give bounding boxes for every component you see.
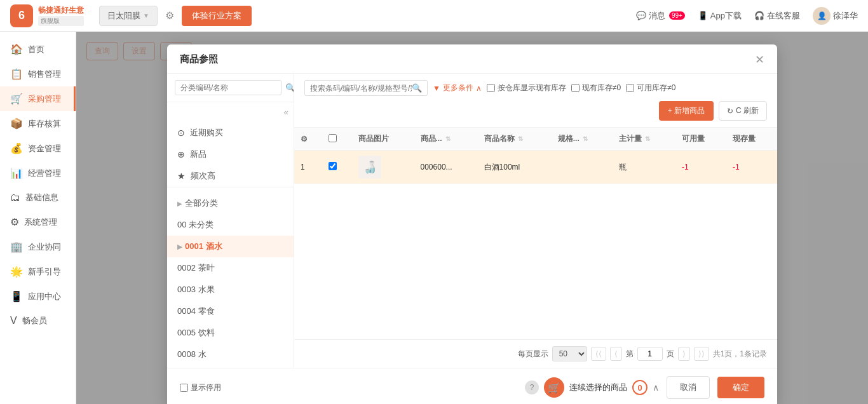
search-icon: 🔍 — [412, 83, 422, 93]
avatar: 👤 — [813, 7, 831, 25]
col-image: 商品图片 — [352, 128, 414, 151]
confirm-button[interactable]: 确定 — [717, 377, 764, 398]
add-product-button[interactable]: + 新增商品 — [659, 101, 714, 121]
main-layout: 🏠 首页 📋 销售管理 🛒 采购管理 📦 库存核算 💰 资金管理 📊 经营管理 … — [0, 32, 868, 404]
row-checkbox[interactable] — [322, 151, 352, 184]
apps-icon: 📱 — [10, 290, 23, 302]
sidebar-item-guide[interactable]: 🌟 新手引导 — [0, 259, 76, 284]
sidebar-item-operations[interactable]: 📊 经营管理 — [0, 161, 76, 185]
message-icon: 💬 — [636, 11, 646, 20]
cat-item-all[interactable]: ▶ 全部分类 — [167, 192, 294, 214]
dialog-close-button[interactable]: ✕ — [755, 54, 764, 65]
chevron-up-icon: ∧ — [476, 84, 482, 93]
expand-active-icon: ▶ — [177, 243, 182, 250]
sort-arrows-name: ⇅ — [518, 135, 523, 142]
product-dialog: 商品参照 ✕ 🔍 « — [167, 44, 777, 404]
pagination: 每页显示 50 10 20 100 ⟨⟨ ⟨ 第 页 — [294, 339, 777, 368]
workspace-selector[interactable]: 日太阳膜 ▼ — [99, 6, 158, 26]
filter-icon: ▼ — [433, 84, 440, 93]
sidebar-item-member[interactable]: V 畅会员 — [0, 309, 76, 333]
help-button[interactable]: ? — [525, 380, 539, 394]
sidebar-item-inventory[interactable]: 📦 库存核算 — [0, 111, 76, 136]
refresh-button[interactable]: ↻ C 刷新 — [719, 101, 767, 121]
row-spec — [552, 151, 613, 184]
app-download-button[interactable]: 📱 App下载 — [698, 10, 742, 22]
select-all-checkbox[interactable] — [329, 134, 337, 142]
per-page-label: 每页显示 — [518, 349, 548, 360]
collapse-panel-button[interactable]: « — [279, 102, 294, 122]
next-page-button[interactable]: ⟩ — [678, 347, 690, 361]
sidebar-item-sales[interactable]: 📋 销售管理 — [0, 62, 76, 86]
cat-item-0001[interactable]: ▶ 0001 酒水 — [167, 236, 294, 257]
table-row[interactable]: 1 🍶 000600... 白酒100ml — [294, 151, 777, 184]
member-icon: V — [10, 315, 17, 327]
page-number-input[interactable] — [637, 347, 663, 361]
sidebar-item-basic[interactable]: 🗂 基础信息 — [0, 185, 76, 210]
category-list: ▶ 全部分类 00 未分类 ▶ 0001 酒水 0002 茶 — [167, 187, 294, 368]
basic-icon: 🗂 — [10, 192, 20, 203]
cat-item-00[interactable]: 00 未分类 — [167, 214, 294, 236]
prev-page-button[interactable]: ⟨ — [610, 347, 622, 361]
mobile-icon: 📱 — [698, 11, 708, 20]
message-button[interactable]: 💬 消息 99+ — [636, 10, 685, 22]
enterprise-icon: 🏢 — [10, 241, 23, 253]
nav-right: 💬 消息 99+ 📱 App下载 🎧 在线客服 👤 徐泽华 — [636, 7, 858, 25]
category-search-input[interactable] — [175, 80, 281, 95]
online-service-button[interactable]: 🎧 在线客服 — [754, 10, 800, 22]
sidebar-item-home[interactable]: 🏠 首页 — [0, 37, 76, 62]
operations-icon: 📊 — [10, 167, 23, 179]
sidebar: 🏠 首页 📋 销售管理 🛒 采购管理 📦 库存核算 💰 资金管理 📊 经营管理 … — [0, 32, 76, 404]
product-search-box: 🔍 — [304, 80, 428, 96]
quick-tab-new[interactable]: ⊕ 新品 — [167, 144, 294, 165]
cat-item-0003[interactable]: 0003 水果 — [167, 279, 294, 300]
sort-arrows-unit: ⇅ — [645, 135, 650, 142]
sort-arrows-spec: ⇅ — [583, 135, 588, 142]
sidebar-item-system[interactable]: ⚙ 系统管理 — [0, 210, 76, 234]
per-page-select[interactable]: 50 10 20 100 — [552, 346, 587, 361]
settings-icon: ⚙ — [301, 135, 308, 144]
top-navigation: 6 畅捷通好生意 旗舰版 日太阳膜 ▼ ⚙ 体验行业方案 💬 消息 99+ 📱 … — [0, 0, 868, 32]
col-checkbox — [322, 128, 352, 151]
available-nonzero-checkbox[interactable]: 现有库存≠0 — [571, 83, 621, 93]
cat-item-0004[interactable]: 0004 零食 — [167, 300, 294, 322]
username-label: 徐泽华 — [833, 10, 858, 22]
chevron-down-icon: ▼ — [143, 12, 149, 19]
product-search-input[interactable] — [310, 84, 412, 93]
quick-tab-frequent[interactable]: ★ 频次高 — [167, 165, 294, 187]
user-profile-button[interactable]: 👤 徐泽华 — [813, 7, 858, 25]
cart-icon[interactable]: 🛒 — [544, 377, 564, 398]
logo-text-area: 畅捷通好生意 旗舰版 — [38, 5, 84, 26]
col-current: 现存量 — [726, 128, 777, 151]
cancel-button[interactable]: 取消 — [667, 376, 710, 399]
trial-button[interactable]: 体验行业方案 — [182, 6, 252, 26]
refresh-icon: ↻ — [727, 107, 733, 116]
dialog-header: 商品参照 ✕ — [167, 44, 777, 74]
headset-icon: 🎧 — [754, 11, 764, 20]
row-no: 1 — [294, 151, 322, 184]
cat-item-0002[interactable]: 0002 茶叶 — [167, 257, 294, 279]
cat-item-0008[interactable]: 0008 水 — [167, 344, 294, 365]
first-page-button[interactable]: ⟨⟨ — [591, 347, 606, 361]
collapse-cart-button[interactable]: ∧ — [653, 382, 659, 393]
quick-tab-recent[interactable]: ⊙ 近期购买 — [167, 122, 294, 144]
sidebar-item-finance[interactable]: 💰 资金管理 — [0, 136, 76, 161]
last-page-button[interactable]: ⟩⟩ — [694, 347, 709, 361]
product-table: ⚙ 商品图片 — [294, 128, 777, 339]
category-search-button[interactable]: 🔍 — [285, 83, 294, 93]
purchase-icon: 🛒 — [10, 93, 23, 105]
finance-icon: 💰 — [10, 142, 23, 154]
sidebar-item-purchase[interactable]: 🛒 采购管理 — [0, 86, 76, 111]
usable-nonzero-checkbox[interactable]: 可用库存≠0 — [626, 83, 675, 93]
cat-item-0005[interactable]: 0005 饮料 — [167, 322, 294, 344]
sidebar-item-enterprise[interactable]: 🏢 企业协同 — [0, 234, 76, 259]
stock-by-warehouse-checkbox[interactable]: 按仓库显示现有库存 — [487, 83, 566, 93]
gear-button[interactable]: ⚙ — [165, 10, 174, 22]
show-disabled-checkbox[interactable]: 显示停用 — [180, 382, 221, 393]
col-unit: 主计量 ⇅ — [613, 128, 675, 151]
cart-area: ? 🛒 连续选择的商品 0 ∧ — [525, 377, 659, 398]
col-settings: ⚙ — [294, 128, 322, 151]
col-available: 可用量 — [675, 128, 726, 151]
filter-more-button[interactable]: ▼ 更多条件 ∧ — [433, 83, 482, 93]
expand-icon: ▶ — [177, 200, 182, 207]
sidebar-item-apps[interactable]: 📱 应用中心 — [0, 284, 76, 309]
